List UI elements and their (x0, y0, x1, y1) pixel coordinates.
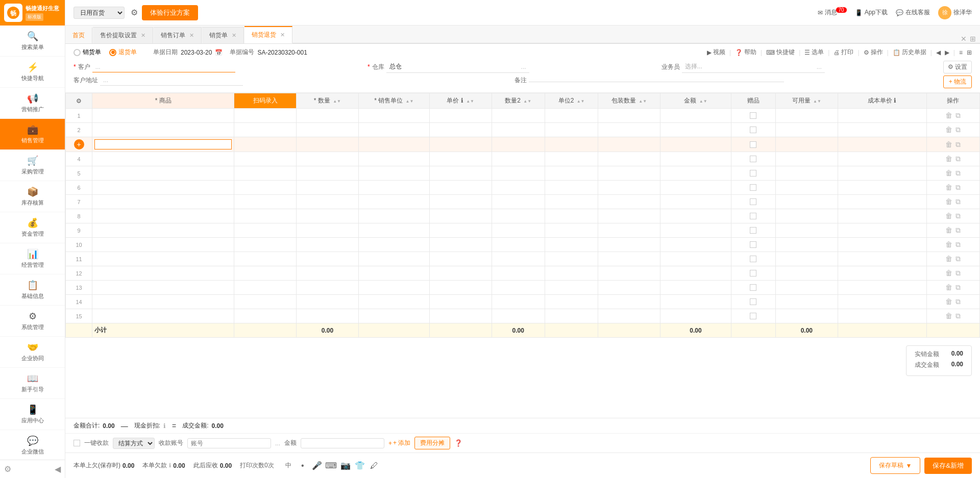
product-cell[interactable] (92, 209, 234, 223)
unit2-cell[interactable] (545, 166, 598, 181)
pkg-qty-cell[interactable] (598, 109, 660, 123)
app-download-btn[interactable]: 📱 App下载 (855, 8, 888, 17)
tool-icon-5[interactable]: 📷 (339, 460, 352, 472)
gift-checkbox[interactable] (750, 170, 756, 177)
sidebar-item-basics[interactable]: 📋 基础信息 (0, 274, 65, 306)
product-cell[interactable] (92, 181, 234, 195)
product-cell[interactable] (92, 123, 234, 137)
sidebar-settings-btn[interactable]: ⚙ (4, 464, 11, 474)
price-cell[interactable] (429, 137, 492, 152)
unit2-cell[interactable] (545, 152, 598, 166)
amount-sort[interactable]: ▲▼ (699, 99, 707, 104)
gift-checkbox[interactable] (750, 184, 756, 191)
address-input[interactable]: ... (100, 75, 243, 86)
gift-checkbox[interactable] (750, 213, 756, 219)
unit-cell[interactable] (358, 209, 429, 223)
amount-cell[interactable] (660, 123, 731, 137)
unit-cell[interactable] (358, 266, 429, 281)
delete-row-btn[interactable]: 🗑 (945, 312, 952, 320)
price-cell[interactable] (429, 109, 492, 123)
unit-cell[interactable] (358, 295, 429, 309)
unit-cell[interactable] (358, 137, 429, 152)
delete-row-btn[interactable]: 🗑 (945, 197, 952, 206)
copy-row-btn[interactable]: ⧉ (955, 197, 961, 206)
online-service-btn[interactable]: 💬 在线客服 (896, 8, 930, 17)
gift-checkbox[interactable] (750, 256, 756, 262)
unit2-cell[interactable] (545, 109, 598, 123)
sidebar-item-apps[interactable]: 📱 应用中心 (0, 399, 65, 430)
pkg-qty-cell[interactable] (598, 266, 660, 281)
amount-cell[interactable] (660, 209, 731, 223)
pkg-qty-cell[interactable] (598, 195, 660, 209)
sidebar-item-guide[interactable]: 📖 新手引导 (0, 368, 65, 399)
product-cell[interactable] (92, 152, 234, 166)
amount-cell[interactable] (660, 137, 731, 152)
tab-close-all[interactable]: ✕ (961, 35, 967, 43)
product-cell[interactable] (92, 266, 234, 281)
amount-cell[interactable] (660, 223, 731, 238)
unit2-cell[interactable] (545, 195, 598, 209)
qty-cell[interactable] (297, 181, 359, 195)
qty2-cell[interactable] (492, 252, 545, 266)
unit-sort[interactable]: ▲▼ (406, 99, 414, 104)
price-cell[interactable] (429, 181, 492, 195)
save-new-btn[interactable]: 保存&新增 (924, 458, 972, 474)
unit2-cell[interactable] (545, 137, 598, 152)
qty-cell[interactable] (297, 123, 359, 137)
qty-cell[interactable] (297, 166, 359, 181)
product-cell[interactable] (92, 109, 234, 123)
unit-cell[interactable] (358, 238, 429, 252)
tab-expand[interactable]: ⊞ (970, 35, 976, 43)
unit2-cell[interactable] (545, 266, 598, 281)
qty-cell[interactable] (297, 281, 359, 295)
copy-row-btn[interactable]: ⧉ (955, 240, 961, 249)
delete-row-btn[interactable]: 🗑 (945, 240, 952, 249)
copy-row-btn[interactable]: ⧉ (955, 283, 961, 292)
message-btn[interactable]: ✉ 消息 70 (818, 8, 847, 17)
pkg-qty-cell[interactable] (598, 123, 660, 137)
unit2-cell[interactable] (545, 238, 598, 252)
pkg-qty-cell[interactable] (598, 281, 660, 295)
price-cell[interactable] (429, 166, 492, 181)
unit-cell[interactable] (358, 309, 429, 323)
qty2-cell[interactable] (492, 123, 545, 137)
user-profile[interactable]: 徐 徐泽华 (938, 6, 972, 19)
pkg-qty-cell[interactable] (598, 181, 660, 195)
prev-btn[interactable]: ◀ (936, 49, 941, 56)
delete-row-btn[interactable]: 🗑 (945, 125, 952, 134)
tab-sales-close[interactable]: ✕ (232, 32, 236, 39)
tab-sales-order-close[interactable]: ✕ (189, 32, 194, 39)
qty-cell[interactable] (297, 209, 359, 223)
gift-checkbox[interactable] (750, 270, 756, 276)
daily-goods-select[interactable]: 日用百货 (74, 7, 125, 19)
copy-row-btn[interactable]: ⧉ (955, 183, 961, 192)
th-scan[interactable]: 扫码录入 (234, 93, 297, 109)
qty-cell[interactable] (297, 266, 359, 281)
gift-cell[interactable] (731, 181, 776, 195)
copy-row-btn[interactable]: ⧉ (955, 140, 961, 149)
delete-row-btn[interactable]: 🗑 (945, 140, 952, 149)
pkg-qty-cell[interactable] (598, 295, 660, 309)
qty-sort[interactable]: ▲▼ (333, 99, 341, 104)
price-sort[interactable]: ▲▼ (466, 99, 474, 104)
qty-cell[interactable] (297, 137, 359, 152)
qty2-cell[interactable] (492, 238, 545, 252)
tab-sales[interactable]: 销货单 ✕ (202, 27, 244, 43)
sidebar-item-finance[interactable]: 💰 资金管理 (0, 212, 65, 243)
unit-cell[interactable] (358, 152, 429, 166)
notes-input[interactable] (529, 79, 784, 82)
pkg-qty-cell[interactable] (598, 223, 660, 238)
unit-cell[interactable] (358, 223, 429, 238)
gift-cell[interactable] (731, 238, 776, 252)
unit2-cell[interactable] (545, 281, 598, 295)
qty-cell[interactable] (297, 295, 359, 309)
sidebar-item-quicknav[interactable]: ⚡ 快捷导航 (0, 57, 65, 88)
product-input[interactable] (94, 139, 232, 149)
history-btn[interactable]: 📋 历史单据 (893, 48, 926, 57)
unit2-cell[interactable] (545, 252, 598, 266)
sidebar-item-cooperation[interactable]: 🤝 企业协同 (0, 337, 65, 368)
copy-row-btn[interactable]: ⧉ (955, 226, 961, 235)
delete-row-btn[interactable]: 🗑 (945, 212, 952, 220)
delete-row-btn[interactable]: 🗑 (945, 297, 952, 306)
sidebar-item-purchase[interactable]: 🛒 采购管理 (0, 150, 65, 181)
